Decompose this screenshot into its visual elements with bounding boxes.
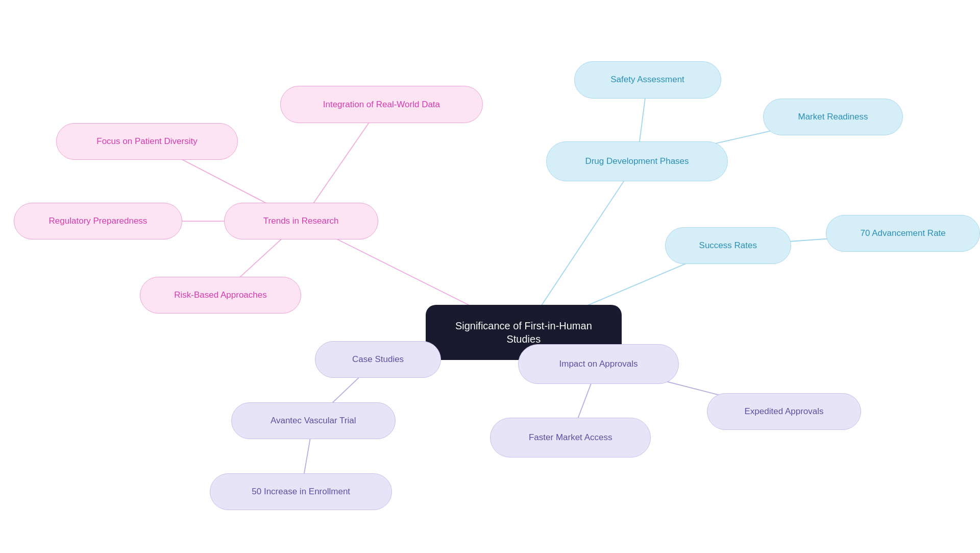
node-fasterMarketAccess: Faster Market Access [490, 418, 651, 458]
node-safetyAssessment: Safety Assessment [574, 61, 721, 98]
node-label-caseStudies: Case Studies [352, 354, 404, 365]
node-label-impactOnApprovals: Impact on Approvals [559, 358, 638, 370]
node-label-marketReadiness: Market Readiness [798, 111, 868, 123]
node-impactOnApprovals: Impact on Approvals [518, 344, 679, 384]
node-label-regulatoryPreparedness: Regulatory Preparedness [49, 215, 148, 227]
mind-map: Significance of First-in-Human StudiesTr… [0, 0, 980, 553]
node-trendsInResearch: Trends in Research [224, 203, 378, 239]
node-label-expeditedApprovals: Expedited Approvals [744, 406, 823, 417]
node-riskBasedApproaches: Risk-Based Approaches [140, 277, 301, 314]
connection-lines [0, 0, 980, 553]
node-label-safetyAssessment: Safety Assessment [610, 74, 684, 85]
node-advancementRate: 70 Advancement Rate [826, 215, 980, 252]
node-label-focusOnPatientDiversity: Focus on Patient Diversity [96, 136, 197, 147]
node-caseStudies: Case Studies [315, 341, 441, 378]
node-label-riskBasedApproaches: Risk-Based Approaches [174, 290, 266, 301]
node-label-successRates: Success Rates [699, 240, 757, 251]
node-drugDevelopmentPhases: Drug Development Phases [546, 141, 728, 181]
node-label-drugDevelopmentPhases: Drug Development Phases [585, 156, 689, 167]
node-avantecVascularTrial: Avantec Vascular Trial [231, 402, 396, 439]
node-label-trendsInResearch: Trends in Research [263, 215, 339, 227]
node-marketReadiness: Market Readiness [763, 99, 903, 135]
node-focusOnPatientDiversity: Focus on Patient Diversity [56, 123, 238, 160]
node-label-advancementRate: 70 Advancement Rate [860, 228, 945, 239]
node-successRates: Success Rates [665, 227, 791, 264]
node-expeditedApprovals: Expedited Approvals [707, 393, 861, 430]
node-label-fasterMarketAccess: Faster Market Access [529, 432, 612, 443]
node-label-integrationOfRealWorldData: Integration of Real-World Data [323, 99, 440, 110]
node-label-increaseInEnrollment: 50 Increase in Enrollment [252, 486, 350, 497]
node-integrationOfRealWorldData: Integration of Real-World Data [280, 86, 483, 123]
node-label-avantecVascularTrial: Avantec Vascular Trial [271, 415, 356, 426]
node-increaseInEnrollment: 50 Increase in Enrollment [210, 473, 392, 510]
node-regulatoryPreparedness: Regulatory Preparedness [14, 203, 182, 239]
node-label-center: Significance of First-in-Human Studies [440, 319, 607, 346]
